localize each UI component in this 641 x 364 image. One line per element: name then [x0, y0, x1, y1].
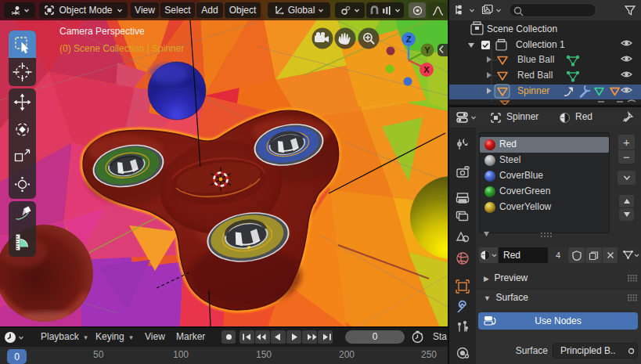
- svg-text:Y: Y: [424, 45, 430, 55]
- svg-text:X: X: [423, 65, 430, 74]
- svg-text:Z: Z: [406, 34, 412, 44]
